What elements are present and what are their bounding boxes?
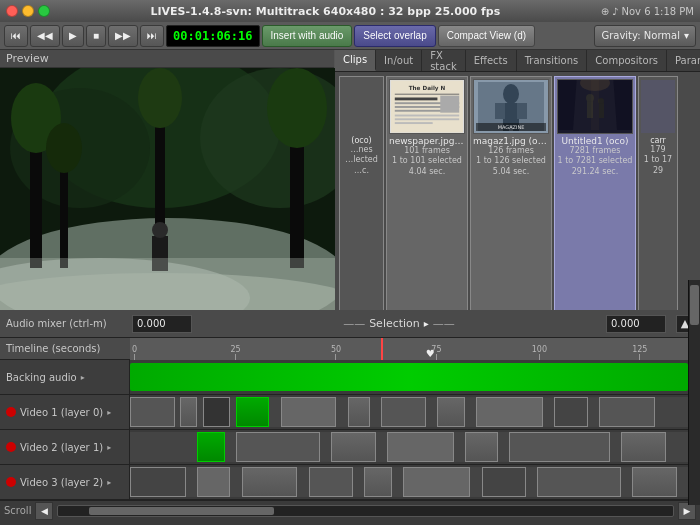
audio-mixer-label: Audio mixer (ctrl-m) — [6, 318, 126, 329]
fast-forward-button[interactable]: ⏭ — [140, 25, 164, 47]
clips-area: (oco) …nes…lected…c. The Daily N — [335, 72, 700, 330]
svg-rect-44 — [599, 103, 604, 118]
clip-thumb-magazine: MAGAZINE — [473, 79, 549, 134]
video3-clip6[interactable] — [403, 467, 470, 497]
video1-clip3[interactable] — [203, 397, 231, 427]
svg-point-13 — [138, 68, 182, 128]
backing-audio-arrow[interactable]: ▸ — [81, 373, 85, 382]
svg-text:The Daily N: The Daily N — [409, 85, 446, 92]
select-overlap-button[interactable]: Select overlap — [354, 25, 435, 47]
window-title: LIVES-1.4.8-svn: Multitrack 640x480 : 32… — [56, 5, 595, 18]
clip-carr[interactable]: carr 1791 to 1729 — [638, 76, 678, 326]
tab-effects[interactable]: Effects — [466, 50, 517, 71]
video1-clip5[interactable] — [348, 397, 370, 427]
play-button[interactable]: ▶ — [62, 25, 84, 47]
video3-clip5[interactable] — [364, 467, 392, 497]
svg-rect-33 — [495, 103, 505, 119]
track-label-backing: Backing audio ▸ — [0, 360, 130, 394]
backing-audio-name: Backing audio — [6, 372, 77, 383]
tab-compositors[interactable]: Compositors — [587, 50, 667, 71]
window-controls[interactable] — [6, 5, 50, 17]
video1-clip2[interactable] — [180, 397, 197, 427]
scroll-left-btn[interactable]: ◀ — [35, 502, 53, 520]
next-frame-button[interactable]: ▶▶ — [108, 25, 138, 47]
audio-mixer-row: Audio mixer (ctrl-m) 0.000 —— Selection … — [0, 310, 700, 338]
prev-frame-button[interactable]: ◀◀ — [30, 25, 60, 47]
maximize-button[interactable] — [38, 5, 50, 17]
preview-pane: Preview — [0, 50, 335, 330]
scroll-track[interactable] — [57, 505, 674, 517]
scroll-left-icon: ◀ — [41, 506, 48, 516]
tab-fxstack[interactable]: FX stack — [422, 50, 466, 71]
svg-point-9 — [46, 123, 82, 173]
tab-transitions[interactable]: Transitions — [517, 50, 588, 71]
video3-clip7[interactable] — [482, 467, 527, 497]
vscroll-thumb[interactable] — [690, 285, 699, 325]
clip-partial-left[interactable]: (oco) …nes…lected…c. — [339, 76, 384, 326]
stop-button[interactable]: ■ — [86, 25, 106, 47]
clip-newspaper[interactable]: The Daily N newspaper.jp — [386, 76, 468, 326]
video2-clip2[interactable] — [331, 432, 376, 462]
svg-point-15 — [152, 222, 168, 238]
video1-clip-green[interactable] — [236, 397, 269, 427]
video1-clip10[interactable] — [599, 397, 655, 427]
video1-clip7[interactable] — [437, 397, 465, 427]
video2-clip4[interactable] — [465, 432, 498, 462]
clip-info-carr: 1791 to 1729 — [644, 145, 672, 176]
video2-clip-green[interactable] — [197, 432, 225, 462]
clip-info: …nes…lected…c. — [345, 145, 378, 176]
video1-clip4[interactable] — [281, 397, 337, 427]
dark-image — [557, 79, 633, 134]
minimize-button[interactable] — [22, 5, 34, 17]
sel-dash-left: —— — [343, 317, 365, 330]
video1-clip1[interactable] — [130, 397, 175, 427]
video2-clip5[interactable] — [509, 432, 609, 462]
video2-content — [130, 430, 688, 464]
track-label-video3: Video 3 (layer 2) ▸ — [0, 465, 130, 499]
video1-arrow[interactable]: ▸ — [107, 408, 111, 417]
svg-rect-28 — [395, 122, 433, 124]
video3-clip8[interactable] — [537, 467, 621, 497]
video1-clip8[interactable] — [476, 397, 543, 427]
ruler-tick-25: 25 — [230, 345, 240, 360]
video3-arrow[interactable]: ▸ — [107, 478, 111, 487]
video1-clip9[interactable] — [554, 397, 587, 427]
video2-clip6[interactable] — [621, 432, 666, 462]
rewind-button[interactable]: ⏮ — [4, 25, 28, 47]
tab-clips[interactable]: Clips — [335, 50, 376, 71]
video3-clip2[interactable] — [197, 467, 230, 497]
video2-clip1[interactable] — [236, 432, 320, 462]
insert-audio-button[interactable]: Insert with audio — [262, 25, 353, 47]
timeline-ruler[interactable]: 0 25 50 ♥ 75 100 125 — [130, 338, 688, 360]
ruler-tick-75: 75 — [431, 345, 441, 360]
video3-clip1[interactable] — [130, 467, 186, 497]
preview-video — [0, 68, 335, 323]
timeline-cursor — [381, 338, 383, 360]
clip-untitled1[interactable]: Untitled1 (oco) 7281 frames1 to 7281 sel… — [554, 76, 636, 326]
audio-value-right[interactable]: 0.000 — [606, 315, 666, 333]
clip-magazine[interactable]: MAGAZINE magaz1.jpg (oco) 126 frames1 to… — [470, 76, 552, 326]
speaker-icon: ♪ — [612, 6, 618, 17]
video2-arrow[interactable]: ▸ — [107, 443, 111, 452]
title-icons: ⊕ ♪ Nov 6 1:18 PM — [601, 6, 694, 17]
video3-clip4[interactable] — [309, 467, 354, 497]
ruler-tick-0: 0 — [132, 345, 137, 360]
video2-clip3[interactable] — [387, 432, 454, 462]
video1-clip6[interactable] — [381, 397, 426, 427]
ruler-bg — [130, 338, 688, 360]
svg-text:MAGAZINE: MAGAZINE — [498, 124, 525, 130]
sel-dash-right: —— — [433, 317, 455, 330]
video3-clip3[interactable] — [242, 467, 298, 497]
audio-value-left[interactable]: 0.000 — [132, 315, 192, 333]
timecode-display: 00:01:06:16 — [166, 25, 259, 47]
gravity-selector[interactable]: Gravity: Normal ▾ — [594, 25, 696, 47]
scroll-thumb[interactable] — [89, 507, 273, 515]
track-video2: Video 2 (layer 1) ▸ — [0, 430, 700, 465]
tab-params[interactable]: Params. — [667, 50, 700, 71]
right-scrollbar[interactable] — [688, 280, 700, 505]
tab-inout[interactable]: In/out — [376, 50, 422, 71]
compact-view-button[interactable]: Compact View (d) — [438, 25, 535, 47]
selection-area: —— Selection ▸ —— — [198, 317, 600, 330]
close-button[interactable] — [6, 5, 18, 17]
video3-clip9[interactable] — [632, 467, 677, 497]
